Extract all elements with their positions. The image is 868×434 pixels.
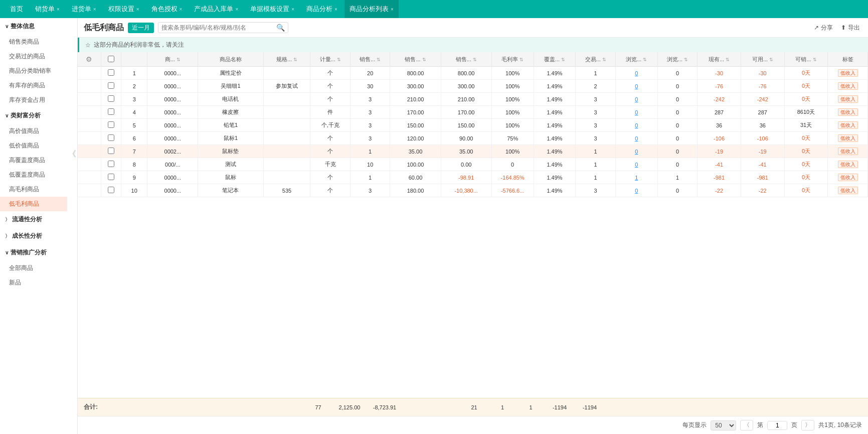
- sidebar-section-营销推广分析[interactable]: ∨ 营销推广分析: [0, 244, 67, 261]
- th-sale-profit[interactable]: 销售... ⇅: [441, 52, 491, 67]
- section-arrow-icon: ∨: [5, 24, 9, 29]
- page-size-select[interactable]: 50 100 200: [711, 420, 736, 430]
- section-arrow-icon: ∨: [5, 113, 9, 118]
- td-browse1[interactable]: 0: [615, 119, 657, 132]
- close-tab-icon[interactable]: ×: [180, 7, 183, 12]
- close-tab-icon[interactable]: ×: [136, 7, 139, 12]
- td-sale-profit: 800.00: [441, 67, 491, 80]
- td-settings: [78, 119, 101, 132]
- sidebar-item-低毛利商品[interactable]: 低毛利商品: [0, 197, 67, 211]
- alert-bar: ☆ 这部分商品的利润非常低，请关注: [78, 38, 868, 52]
- td-browse1[interactable]: 0: [615, 132, 657, 145]
- nav-item-单据模板设置[interactable]: 单据模板设置×: [245, 0, 299, 18]
- sidebar-section-整体信息[interactable]: ∨ 整体信息: [0, 18, 67, 35]
- td-current: 287: [698, 106, 741, 119]
- th-avail[interactable]: 可用... ⇅: [741, 52, 784, 67]
- table-container[interactable]: ⚙ 商... ⇅ 商品名称 规格... ⇅ 计量... ⇅ 销售... ⇅ 销售…: [78, 52, 868, 398]
- td-browse1[interactable]: 0: [615, 106, 657, 119]
- td-browse1[interactable]: 0: [615, 158, 657, 171]
- nav-item-进货单[interactable]: 进货单×: [67, 0, 101, 18]
- close-tab-icon[interactable]: ×: [291, 7, 294, 12]
- nav-item-商品分析列表[interactable]: 商品分析列表×: [344, 0, 399, 18]
- th-browse2[interactable]: 浏览... ⇅: [657, 52, 697, 67]
- nav-item-权限设置[interactable]: 权限设置×: [103, 0, 144, 18]
- th-browse1[interactable]: 浏览... ⇅: [615, 52, 657, 67]
- close-tab-icon[interactable]: ×: [93, 7, 96, 12]
- export-button[interactable]: ⬆ 导出: [839, 23, 862, 33]
- th-code[interactable]: 商... ⇅: [147, 52, 198, 67]
- row-checkbox-6[interactable]: [108, 148, 114, 154]
- td-cover: 1.49%: [534, 184, 576, 197]
- nav-item-产成品入库单[interactable]: 产成品入库单×: [189, 0, 243, 18]
- td-sale-qty: 3: [350, 93, 390, 106]
- th-sale-amt[interactable]: 销售... ⇅: [390, 52, 441, 67]
- sidebar-item-低价值商品[interactable]: 低价值商品: [0, 138, 67, 153]
- sidebar-item-高价值商品[interactable]: 高价值商品: [0, 124, 67, 138]
- sidebar-item-全部商品[interactable]: 全部商品: [0, 261, 67, 275]
- sidebar-section-流通性分析[interactable]: 〉 流通性分析: [0, 211, 67, 228]
- sidebar-item-商品分类助销率[interactable]: 商品分类助销率: [0, 64, 67, 78]
- td-current: -106: [698, 132, 741, 145]
- td-browse1[interactable]: 0: [615, 80, 657, 93]
- sidebar-item-高毛利商品[interactable]: 高毛利商品: [0, 182, 67, 197]
- th-num: [121, 52, 147, 67]
- row-checkbox-5[interactable]: [108, 134, 114, 141]
- select-all-checkbox[interactable]: [108, 56, 114, 62]
- page-number-input[interactable]: [767, 421, 787, 430]
- next-page-button[interactable]: 〉: [801, 420, 814, 430]
- td-unit: 件: [310, 106, 350, 119]
- search-input[interactable]: [161, 24, 276, 31]
- td-sellable: 0天: [784, 145, 828, 158]
- sidebar-item-交易过的商品[interactable]: 交易过的商品: [0, 49, 67, 64]
- row-checkbox-3[interactable]: [108, 108, 114, 115]
- td-unit: 个: [310, 67, 350, 80]
- close-tab-icon[interactable]: ×: [334, 7, 337, 12]
- sidebar-item-有库存的商品[interactable]: 有库存的商品: [0, 78, 67, 93]
- nav-item-销货单[interactable]: 销货单×: [30, 0, 65, 18]
- td-browse1[interactable]: 0: [615, 67, 657, 80]
- prev-page-button[interactable]: 〈: [740, 420, 753, 430]
- sidebar-item-低覆盖度商品[interactable]: 低覆盖度商品: [0, 168, 67, 182]
- nav-item-商品分析[interactable]: 商品分析×: [301, 0, 342, 18]
- sidebar-item-新品[interactable]: 新品: [0, 275, 67, 290]
- td-browse1[interactable]: 0: [615, 145, 657, 158]
- th-current[interactable]: 现有... ⇅: [698, 52, 741, 67]
- sidebar-section-类财富分析[interactable]: ∨ 类财富分析: [0, 107, 67, 124]
- td-browse1[interactable]: 1: [615, 171, 657, 184]
- close-tab-icon[interactable]: ×: [391, 7, 394, 12]
- td-name: 电话机: [198, 93, 263, 106]
- date-filter-button[interactable]: 近一月: [128, 23, 154, 33]
- close-tab-icon[interactable]: ×: [57, 7, 60, 12]
- th-gross-rate[interactable]: 毛利率 ⇅: [491, 52, 534, 67]
- td-browse1[interactable]: 0: [615, 93, 657, 106]
- share-button[interactable]: ↗ 分享: [812, 23, 835, 33]
- sidebar-item-高覆盖度商品[interactable]: 高覆盖度商品: [0, 153, 67, 168]
- th-sale-qty[interactable]: 销售... ⇅: [350, 52, 390, 67]
- row-checkbox-9[interactable]: [108, 187, 114, 193]
- th-unit[interactable]: 计量... ⇅: [310, 52, 350, 67]
- row-checkbox-7[interactable]: [108, 161, 114, 167]
- row-checkbox-4[interactable]: [108, 121, 114, 128]
- row-checkbox-2[interactable]: [108, 95, 114, 102]
- close-tab-icon[interactable]: ×: [235, 7, 238, 12]
- th-sellable[interactable]: 可销... ⇅: [784, 52, 828, 67]
- collapse-sidebar-button[interactable]: 《: [67, 149, 77, 160]
- settings-icon[interactable]: ⚙: [86, 55, 92, 63]
- th-settings: ⚙: [78, 52, 101, 67]
- sidebar-item-库存资金占用[interactable]: 库存资金占用: [0, 93, 67, 107]
- nav-item-首页[interactable]: 首页: [5, 0, 28, 18]
- th-spec[interactable]: 规格... ⇅: [263, 52, 310, 67]
- sidebar-item-销售类商品[interactable]: 销售类商品: [0, 35, 67, 49]
- td-tag: 低收入: [828, 184, 868, 197]
- sidebar-section-成长性分析[interactable]: 〉 成长性分析: [0, 228, 67, 244]
- row-checkbox-8[interactable]: [108, 174, 114, 180]
- td-sale-profit: 0.00: [441, 158, 491, 171]
- table-header-row: ⚙ 商... ⇅ 商品名称 规格... ⇅ 计量... ⇅ 销售... ⇅ 销售…: [78, 52, 868, 67]
- nav-item-角色授权[interactable]: 角色授权×: [146, 0, 188, 18]
- row-checkbox-0[interactable]: [108, 69, 114, 76]
- row-checkbox-1[interactable]: [108, 82, 114, 89]
- td-browse1[interactable]: 0: [615, 184, 657, 197]
- th-trade[interactable]: 交易... ⇅: [576, 52, 615, 67]
- th-cover[interactable]: 覆盖... ⇅: [534, 52, 576, 67]
- td-avail: -981: [741, 171, 784, 184]
